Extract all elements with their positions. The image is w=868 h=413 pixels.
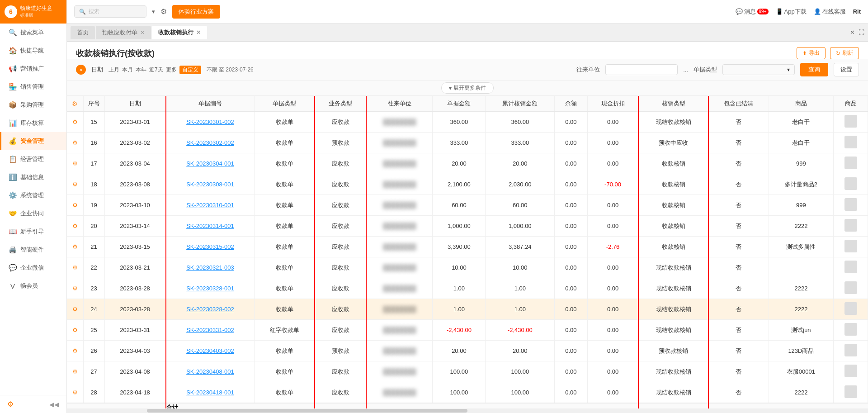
cell-gear-2[interactable]: ⚙	[67, 153, 83, 174]
cell-gear-5[interactable]: ⚙	[67, 216, 83, 237]
cell-voucher-no-12[interactable]: SK-20230408-001	[166, 361, 255, 382]
cell-gear-6[interactable]: ⚙	[67, 237, 83, 257]
tab-close-writeoff[interactable]: ✕	[196, 29, 201, 36]
sidebar-item-system[interactable]: ⚙️系统管理	[0, 186, 66, 204]
refresh-btn[interactable]: ↻ 刷新	[830, 47, 859, 59]
cell-gear-7[interactable]: ⚙	[67, 257, 83, 278]
cell-seq-11: 26	[83, 341, 104, 361]
cell-voucher-no-11[interactable]: SK-20230403-002	[166, 341, 255, 361]
cell-product-4: 999	[769, 195, 834, 216]
date-opt-this-year[interactable]: 本年	[136, 66, 146, 74]
settings-icon[interactable]: ⚙	[7, 400, 14, 408]
sidebar-item-basic-info[interactable]: ℹ️基础信息	[0, 168, 66, 186]
cell-voucher-no-6[interactable]: SK-20230315-002	[166, 237, 255, 257]
topbar-gear-icon[interactable]: ⚙	[160, 7, 167, 16]
maximize-icon[interactable]: ⛶	[859, 29, 864, 36]
industry-btn[interactable]: 体验行业方案	[172, 5, 220, 19]
sidebar-item-operations[interactable]: 📋经营管理	[0, 150, 66, 168]
voucher-link-3[interactable]: SK-20230308-001	[186, 181, 234, 188]
cell-voucher-type-7: 收款单	[255, 257, 315, 278]
voucher-link-12[interactable]: SK-20230408-001	[186, 368, 234, 375]
voucher-link-1[interactable]: SK-20230302-002	[186, 139, 234, 146]
voucher-link-9[interactable]: SK-20230328-002	[186, 306, 234, 313]
app-download-label[interactable]: 📱 App下载	[776, 8, 807, 16]
voucher-type-select[interactable]: ▾	[722, 64, 795, 75]
cell-biz-type-8: 应收款	[315, 278, 366, 299]
cell-voucher-no-5[interactable]: SK-20230314-001	[166, 216, 255, 237]
tab-home[interactable]: 首页	[71, 26, 95, 39]
expand-conditions-btn[interactable]: ▾ 展开更多条件	[441, 82, 494, 94]
filter-settings-btn[interactable]: 设置	[834, 63, 859, 76]
export-btn[interactable]: ⬆ 导出	[797, 47, 826, 59]
topbar-dropdown-icon[interactable]: ▾	[152, 8, 155, 15]
tab-close-receivable[interactable]: ✕	[140, 29, 145, 36]
cell-gear-1[interactable]: ⚙	[67, 133, 83, 153]
cell-voucher-no-10[interactable]: SK-20230331-002	[166, 320, 255, 341]
cell-voucher-no-4[interactable]: SK-20230310-001	[166, 195, 255, 216]
cell-writeoff-type-9: 现结收款核销	[638, 299, 708, 320]
cell-voucher-no-1[interactable]: SK-20230302-002	[166, 133, 255, 153]
cell-voucher-no-7[interactable]: SK-20230321-003	[166, 257, 255, 278]
voucher-link-7[interactable]: SK-20230321-003	[186, 264, 234, 271]
voucher-link-10[interactable]: SK-20230331-002	[186, 327, 234, 333]
partner-input[interactable]	[605, 64, 678, 75]
tab-writeoff[interactable]: 收款核销执行 ✕	[152, 26, 207, 39]
date-opt-more[interactable]: 更多	[166, 66, 177, 74]
date-opt-custom[interactable]: 自定义	[179, 66, 201, 74]
cell-voucher-no-3[interactable]: SK-20230308-001	[166, 174, 255, 195]
cell-gear-13[interactable]: ⚙	[67, 382, 83, 404]
logo-icon: 6	[5, 5, 17, 18]
sidebar-item-vip[interactable]: V畅会员	[0, 277, 66, 295]
voucher-link-11[interactable]: SK-20230403-002	[186, 347, 234, 354]
cell-gear-3[interactable]: ⚙	[67, 174, 83, 195]
sidebar-item-smart-hw[interactable]: 🖨️智能硬件	[0, 241, 66, 259]
voucher-link-8[interactable]: SK-20230328-001	[186, 285, 234, 292]
date-opt-7days[interactable]: 近7天	[149, 66, 163, 74]
col-gear[interactable]: ⚙	[67, 96, 83, 112]
voucher-link-2[interactable]: SK-20230304-001	[186, 160, 234, 167]
voucher-link-13[interactable]: SK-20230418-001	[186, 389, 234, 396]
collapse-icon[interactable]: ◀◀	[49, 401, 59, 408]
messages-label[interactable]: 💬 消息 99+	[736, 8, 769, 16]
smart-hw-icon: 🖨️	[9, 246, 17, 254]
voucher-link-0[interactable]: SK-20230301-002	[186, 119, 234, 125]
sidebar-item-guide[interactable]: 📖新手引导	[0, 223, 66, 241]
cell-gear-4[interactable]: ⚙	[67, 195, 83, 216]
sidebar-item-purchase[interactable]: 📦采购管理	[0, 96, 66, 114]
voucher-link-4[interactable]: SK-20230310-001	[186, 202, 234, 209]
query-btn[interactable]: 查询	[800, 63, 828, 76]
sidebar-item-marketing[interactable]: 📢营销推广	[0, 60, 66, 78]
close-all-icon[interactable]: ✕	[850, 29, 855, 36]
cell-product-11: 123D商品	[769, 341, 834, 361]
sidebar-item-finance[interactable]: 💰资金管理	[0, 132, 66, 150]
cell-gear-12[interactable]: ⚙	[67, 361, 83, 382]
online-service-label[interactable]: 👤 在线客服	[814, 8, 846, 16]
voucher-link-5[interactable]: SK-20230314-001	[186, 223, 234, 229]
cell-gear-10[interactable]: ⚙	[67, 320, 83, 341]
cell-product-3: 多计量商品2	[769, 174, 834, 195]
voucher-link-6[interactable]: SK-20230315-002	[186, 243, 234, 250]
date-opt-last-month[interactable]: 上月	[108, 66, 119, 74]
cell-discount-6: -2.76	[587, 237, 638, 257]
cell-gear-8[interactable]: ⚙	[67, 278, 83, 299]
date-opt-this-month[interactable]: 本月	[122, 66, 133, 74]
cell-voucher-no-9[interactable]: SK-20230328-002	[166, 299, 255, 320]
sidebar-item-inventory[interactable]: 📊库存核算	[0, 114, 66, 132]
search-bar[interactable]: 🔍 搜索	[74, 5, 146, 18]
sidebar-item-quick-nav[interactable]: 🏠快捷导航	[0, 42, 66, 60]
user-name[interactable]: Rit	[853, 8, 861, 15]
cell-gear-0[interactable]: ⚙	[67, 112, 83, 133]
sidebar-item-sales[interactable]: 🏪销售管理	[0, 78, 66, 96]
sidebar-item-search[interactable]: 🔍搜索菜单	[0, 24, 66, 42]
cell-voucher-no-2[interactable]: SK-20230304-001	[166, 153, 255, 174]
tab-receivable[interactable]: 预收应收付单 ✕	[96, 26, 151, 39]
cell-voucher-no-0[interactable]: SK-20230301-002	[166, 112, 255, 133]
cell-gear-11[interactable]: ⚙	[67, 341, 83, 361]
sidebar-item-enterprise[interactable]: 🤝企业协同	[0, 204, 66, 223]
cell-discount-2: 0.00	[587, 153, 638, 174]
filter-toggle-btn[interactable]: »	[76, 65, 86, 75]
cell-voucher-no-13[interactable]: SK-20230418-001	[166, 382, 255, 404]
sidebar-item-wechat[interactable]: 💬企业微信	[0, 259, 66, 277]
cell-gear-9[interactable]: ⚙	[67, 299, 83, 320]
cell-voucher-no-8[interactable]: SK-20230328-001	[166, 278, 255, 299]
